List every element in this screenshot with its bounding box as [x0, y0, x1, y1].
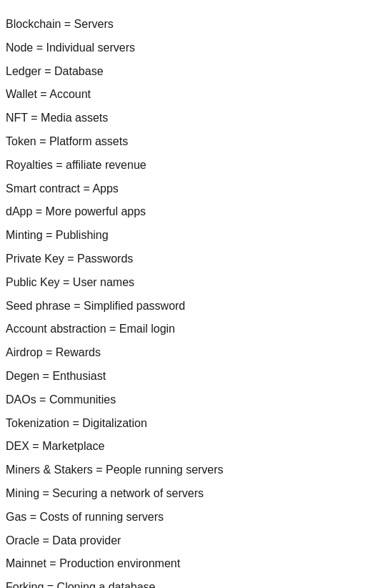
term-item-mining: Mining = Securing a network of servers: [6, 482, 377, 506]
term-item-daos: DAOs = Communities: [6, 388, 377, 412]
term-item-public-key: Public Key = User names: [6, 271, 377, 295]
term-item-account-abstraction: Account abstraction = Email login: [6, 318, 377, 341]
term-item-degen: Degen = Enthusiast: [6, 365, 377, 388]
term-item-smart-contract: Smart contract = Apps: [6, 177, 377, 201]
term-item-gas: Gas = Costs of running servers: [6, 506, 377, 529]
term-item-forking: Forking = Cloning a database: [6, 576, 377, 588]
term-item-private-key: Private Key = Passwords: [6, 248, 377, 271]
term-item-wallet: Wallet = Account: [6, 83, 377, 107]
term-item-seed-phrase: Seed phrase = Simplified password: [6, 295, 377, 318]
term-list: Blockchain = ServersNode = Individual se…: [6, 13, 377, 588]
term-item-nft: NFT = Media assets: [6, 107, 377, 130]
term-item-miners-stakers: Miners & Stakers = People running server…: [6, 459, 377, 482]
term-item-tokenization: Tokenization = Digitalization: [6, 412, 377, 436]
term-item-dapp: dApp = More powerful apps: [6, 200, 377, 224]
term-item-mainnet: Mainnet = Production environment: [6, 552, 377, 576]
term-item-dex: DEX = Marketplace: [6, 435, 377, 459]
term-item-oracle: Oracle = Data provider: [6, 529, 377, 553]
term-item-token: Token = Platform assets: [6, 130, 377, 154]
term-item-ledger: Ledger = Database: [6, 60, 377, 84]
term-item-royalties: Royalties = affiliate revenue: [6, 154, 377, 177]
term-item-minting: Minting = Publishing: [6, 224, 377, 248]
term-item-blockchain: Blockchain = Servers: [6, 13, 377, 36]
term-item-airdrop: Airdrop = Rewards: [6, 341, 377, 365]
term-item-node: Node = Individual servers: [6, 36, 377, 60]
